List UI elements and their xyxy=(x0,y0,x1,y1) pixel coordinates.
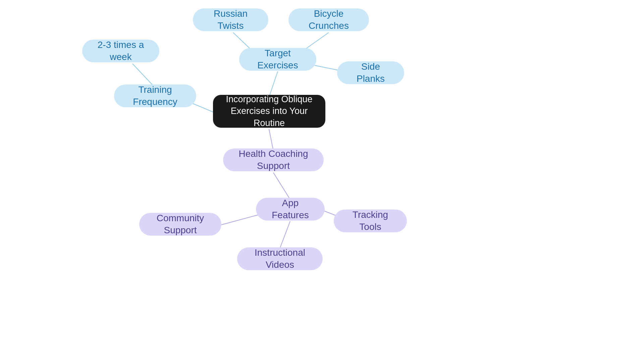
bicycle-crunches-node: Bicycle Crunches xyxy=(288,8,369,31)
health-coaching-node: Health Coaching Support xyxy=(223,148,324,171)
svg-line-10 xyxy=(280,221,290,249)
russian-twists-node: Russian Twists xyxy=(193,8,268,31)
twice-week-node: 2-3 times a week xyxy=(82,40,159,62)
svg-line-7 xyxy=(273,173,290,199)
center-node: Incorporating ObliqueExercises into Your… xyxy=(213,95,325,128)
side-planks-node: Side Planks xyxy=(337,61,404,84)
training-frequency-node: Training Frequency xyxy=(114,84,196,107)
community-support-node: Community Support xyxy=(139,213,221,236)
svg-line-5 xyxy=(132,64,154,86)
tracking-tools-node: Tracking Tools xyxy=(334,209,407,232)
target-exercises-node: Target Exercises xyxy=(239,48,316,71)
instructional-videos-node: Instructional Videos xyxy=(237,247,323,270)
app-features-node: App Features xyxy=(256,198,325,221)
